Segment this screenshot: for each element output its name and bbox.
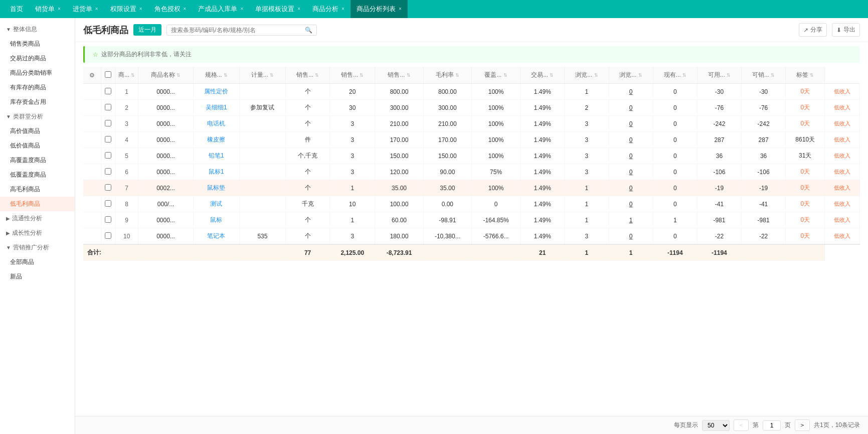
row-checkbox[interactable]: [101, 212, 115, 228]
per-page-label: 每页显示: [674, 421, 698, 429]
sidebar-item-低毛利商品[interactable]: 低毛利商品: [0, 197, 75, 211]
sidebar-item-销售类商品[interactable]: 销售类商品: [0, 37, 75, 51]
search-icon[interactable]: 🔍: [305, 27, 312, 34]
row-name[interactable]: 测试: [193, 196, 239, 212]
sidebar-item-交易过的商品[interactable]: 交易过的商品: [0, 51, 75, 66]
sidebar-item-库存资金占用[interactable]: 库存资金占用: [0, 95, 75, 109]
row-views1[interactable]: 0: [609, 180, 653, 196]
col-spec[interactable]: 规格... ⇅: [193, 67, 239, 84]
row-name[interactable]: 鼠标: [193, 212, 239, 228]
nav-item-销货单[interactable]: 销货单×: [29, 0, 67, 18]
nav-item-权限设置[interactable]: 权限设置×: [104, 0, 148, 18]
sidebar-item-高覆盖度商品[interactable]: 高覆盖度商品: [0, 153, 75, 168]
sidebar-item-低价值商品[interactable]: 低价值商品: [0, 138, 75, 153]
sidebar-item-有库存的商品[interactable]: 有库存的商品: [0, 80, 75, 95]
row-views1[interactable]: 0: [609, 148, 653, 164]
col-saleable[interactable]: 可销... ⇅: [742, 67, 786, 84]
row-gross-margin: -5766.6...: [471, 228, 520, 245]
row-views1[interactable]: 0: [609, 228, 653, 245]
col-views2[interactable]: 浏览... ⇅: [609, 67, 653, 84]
nav-item-商品分析[interactable]: 商品分析×: [306, 0, 351, 18]
nav-close-icon[interactable]: ×: [341, 0, 344, 18]
next-page-button[interactable]: ＞: [795, 419, 810, 431]
col-available[interactable]: 可用... ⇅: [697, 67, 741, 84]
nav-item-进货单[interactable]: 进货单×: [67, 0, 104, 18]
sidebar-item-新品[interactable]: 新品: [0, 269, 75, 284]
export-button[interactable]: ⬇ 导出: [832, 23, 860, 37]
col-views1[interactable]: 浏览... ⇅: [565, 67, 609, 84]
time-filter-button[interactable]: 近一月: [133, 24, 161, 36]
col-name[interactable]: 商品名称 ⇅: [138, 67, 193, 84]
row-name[interactable]: 属性定价: [193, 84, 239, 100]
nav-close-icon[interactable]: ×: [297, 0, 300, 18]
sidebar-item-高毛利商品[interactable]: 高毛利商品: [0, 182, 75, 197]
sidebar-group-流通性分析[interactable]: ▶流通性分析: [0, 211, 75, 226]
nav-item-首页[interactable]: 首页: [4, 0, 29, 18]
row-name[interactable]: 笔记本: [193, 228, 239, 245]
nav-close-icon[interactable]: ×: [95, 0, 98, 18]
col-settings[interactable]: ⚙: [83, 67, 101, 84]
row-checkbox[interactable]: [101, 132, 115, 148]
col-coverage[interactable]: 覆盖... ⇅: [471, 67, 520, 84]
row-name[interactable]: 鼠标1: [193, 164, 239, 180]
row-views1[interactable]: 0: [609, 116, 653, 132]
prev-page-button[interactable]: ＜: [734, 419, 749, 431]
share-button[interactable]: ↗ 分享: [799, 23, 827, 37]
row-checkbox[interactable]: [101, 148, 115, 164]
select-all-checkbox[interactable]: [105, 71, 111, 78]
nav-close-icon[interactable]: ×: [184, 0, 187, 18]
col-current-stock[interactable]: 现有... ⇅: [653, 67, 697, 84]
search-input[interactable]: [171, 27, 302, 34]
nav-item-产成品入库单[interactable]: 产成品入库单×: [192, 0, 249, 18]
page-number-input[interactable]: [763, 420, 781, 430]
col-tag[interactable]: 标签 ⇅: [786, 67, 825, 84]
row-views1[interactable]: 0: [609, 196, 653, 212]
row-views1[interactable]: 1: [609, 212, 653, 228]
row-name[interactable]: 鼠标垫: [193, 180, 239, 196]
row-views2: 0: [653, 180, 697, 196]
row-views2: 0: [653, 148, 697, 164]
col-sales-qty[interactable]: 销售... ⇅: [286, 67, 330, 84]
per-page-select[interactable]: 50 100 200: [702, 420, 730, 431]
nav-close-icon[interactable]: ×: [399, 0, 402, 18]
row-checkbox[interactable]: [101, 196, 115, 212]
sidebar-item-低覆盖度商品[interactable]: 低覆盖度商品: [0, 168, 75, 182]
sidebar-group-整体信息[interactable]: ▼整体信息: [0, 22, 75, 37]
row-coverage: 1.49%: [520, 132, 565, 148]
row-checkbox[interactable]: [101, 100, 115, 116]
row-checkbox[interactable]: [101, 84, 115, 100]
row-name[interactable]: 电话机: [193, 116, 239, 132]
col-code[interactable]: 商... ⇅: [115, 67, 138, 84]
nav-item-商品分析列表[interactable]: 商品分析列表×: [351, 0, 408, 18]
col-sales-amount[interactable]: 销售... ⇅: [375, 67, 423, 84]
nav-item-单据模板设置[interactable]: 单据模板设置×: [249, 0, 306, 18]
row-views1[interactable]: 0: [609, 100, 653, 116]
sidebar-item-高价值商品[interactable]: 高价值商品: [0, 124, 75, 138]
sidebar-group-营销推广分析[interactable]: ▼营销推广分析: [0, 240, 75, 255]
row-checkbox[interactable]: [101, 180, 115, 196]
sidebar-group-类群堂分析[interactable]: ▼类群堂分析: [0, 109, 75, 124]
sidebar-item-商品分类助销率[interactable]: 商品分类助销率: [0, 66, 75, 80]
col-checkbox[interactable]: [101, 67, 115, 84]
header-actions: ↗ 分享 ⬇ 导出: [799, 23, 860, 37]
col-trans[interactable]: 交易... ⇅: [520, 67, 565, 84]
row-checkbox[interactable]: [101, 228, 115, 245]
row-name[interactable]: 铅笔1: [193, 148, 239, 164]
col-unit[interactable]: 计量... ⇅: [239, 67, 285, 84]
row-name[interactable]: 吴细细1: [193, 100, 239, 116]
row-views1[interactable]: 0: [609, 84, 653, 100]
nav-close-icon[interactable]: ×: [240, 0, 243, 18]
row-name[interactable]: 橡皮擦: [193, 132, 239, 148]
row-checkbox[interactable]: [101, 116, 115, 132]
col-gross-margin[interactable]: 毛利率 ⇅: [423, 67, 471, 84]
col-sales-price[interactable]: 销售... ⇅: [330, 67, 375, 84]
row-checkbox[interactable]: [101, 164, 115, 180]
sidebar-item-全部商品[interactable]: 全部商品: [0, 255, 75, 269]
row-views1[interactable]: 0: [609, 132, 653, 148]
row-views1[interactable]: 0: [609, 164, 653, 180]
nav-item-角色授权[interactable]: 角色授权×: [148, 0, 193, 18]
row-code: 0000...: [138, 212, 193, 228]
sidebar-group-成长性分析[interactable]: ▶成长性分析: [0, 226, 75, 240]
nav-close-icon[interactable]: ×: [139, 0, 142, 18]
nav-close-icon[interactable]: ×: [58, 0, 61, 18]
